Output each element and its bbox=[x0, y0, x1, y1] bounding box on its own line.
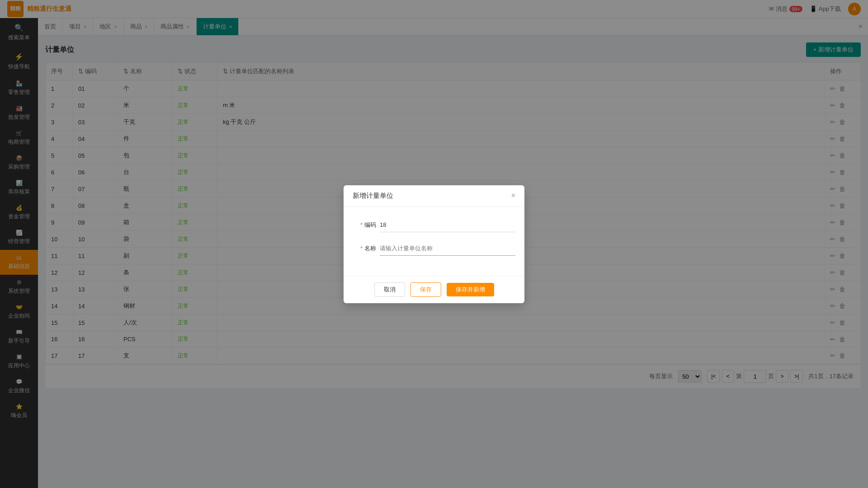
code-field-row: *编码 bbox=[353, 218, 515, 232]
modal-body: *编码 *名称 bbox=[344, 207, 524, 276]
modal-overlay[interactable]: 新增计量单位 × *编码 *名称 取消 保存 保存并新增 bbox=[0, 0, 868, 488]
modal-header: 新增计量单位 × bbox=[344, 185, 524, 207]
save-new-button[interactable]: 保存并新增 bbox=[447, 283, 494, 296]
modal: 新增计量单位 × *编码 *名称 取消 保存 保存并新增 bbox=[344, 185, 524, 303]
modal-footer: 取消 保存 保存并新增 bbox=[344, 276, 524, 303]
cancel-button[interactable]: 取消 bbox=[374, 282, 405, 297]
code-label: *编码 bbox=[353, 221, 380, 229]
code-input[interactable] bbox=[380, 218, 515, 232]
name-label: *名称 bbox=[353, 244, 380, 253]
save-button[interactable]: 保存 bbox=[410, 282, 441, 297]
modal-title: 新增计量单位 bbox=[353, 192, 393, 200]
name-input[interactable] bbox=[380, 241, 515, 256]
required-star-name: * bbox=[360, 245, 363, 252]
modal-close-button[interactable]: × bbox=[511, 192, 515, 200]
required-star-code: * bbox=[360, 221, 363, 228]
name-field-row: *名称 bbox=[353, 241, 515, 256]
